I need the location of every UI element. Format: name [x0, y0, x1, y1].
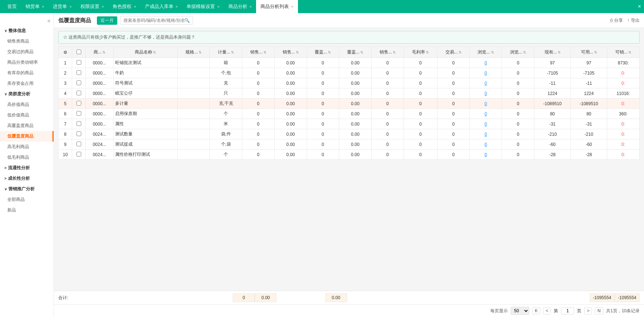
row-browse1[interactable]: 0 [470, 129, 502, 139]
col-name[interactable]: 商品名称⇅ [113, 47, 177, 58]
row-checkbox[interactable] [72, 58, 86, 68]
sidebar-item-all-goods[interactable]: 全部商品 [0, 194, 54, 205]
first-page-btn[interactable]: K [532, 307, 540, 314]
col-unit[interactable]: 计量...⇅ [210, 47, 242, 58]
last-page-btn[interactable]: N [595, 307, 603, 314]
sidebar-item-new-goods[interactable]: 新品 [0, 205, 54, 215]
search-icon[interactable]: 🔍 [184, 18, 190, 23]
sidebar-item-high-coverage[interactable]: 高覆盖度商品 [0, 120, 54, 131]
col-current[interactable]: 现有...⇅ [534, 47, 571, 58]
sidebar-item-capital-occupation[interactable]: 库存资金占用 [0, 78, 54, 89]
prev-page-btn[interactable]: < [543, 307, 551, 314]
row-checkbox[interactable] [72, 139, 86, 150]
row-checkbox[interactable] [72, 129, 86, 139]
nav-goods-analysis-list[interactable]: 商品分析列表 × [256, 0, 298, 13]
close-purchase-order-icon[interactable]: × [69, 4, 71, 9]
sidebar-item-low-value[interactable]: 低价值商品 [0, 110, 54, 120]
col-sales3[interactable]: 销售...⇅ [372, 47, 404, 58]
sidebar-item-stocked-goods[interactable]: 有库存的商品 [0, 68, 54, 78]
row-browse1[interactable]: 0 [470, 68, 502, 78]
row-checkbox[interactable] [72, 88, 86, 99]
sidebar-item-high-margin[interactable]: 高毛利商品 [0, 142, 54, 152]
row-browse1[interactable]: 0 [470, 119, 502, 129]
close-role-auth-icon[interactable]: × [134, 4, 136, 9]
row-checkbox[interactable] [72, 78, 86, 88]
close-goods-analysis-icon[interactable]: × [250, 4, 252, 9]
row-available: 97 [571, 58, 607, 68]
row-browse1[interactable]: 0 [470, 139, 502, 150]
row-select-checkbox[interactable] [76, 131, 81, 136]
col-available[interactable]: 可用...⇅ [571, 47, 607, 58]
close-goods-analysis-list-icon[interactable]: × [291, 4, 293, 9]
col-sales-amt[interactable]: 销售...⇅ [274, 47, 307, 58]
nav-template-setting[interactable]: 单据模板设置 × [182, 0, 224, 13]
sidebar-collapse-btn[interactable]: « [47, 17, 51, 24]
col-spec[interactable]: 规格...⇅ [177, 47, 210, 58]
row-select-checkbox[interactable] [76, 121, 81, 126]
close-template-icon[interactable]: × [217, 4, 219, 9]
close-sales-order-icon[interactable]: × [42, 4, 44, 9]
page-size-select[interactable]: 50 100 200 [511, 307, 529, 315]
row-checkbox[interactable] [72, 150, 86, 160]
next-page-btn[interactable]: > [584, 307, 592, 314]
row-checkbox[interactable] [72, 119, 86, 129]
row-spec [177, 119, 210, 129]
sidebar-item-high-value[interactable]: 高价值商品 [0, 99, 54, 110]
col-cover1[interactable]: 覆盖...⇅ [307, 47, 339, 58]
row-select-checkbox[interactable] [76, 60, 81, 65]
close-finished-goods-icon[interactable]: × [176, 4, 178, 9]
col-cover2[interactable]: 覆盖...⇅ [339, 47, 372, 58]
table-header-row: ⚙ 商...⇅ 商品名称⇅ 规格...⇅ 计量...⇅ 销售...⇅ 销售...… [59, 47, 640, 58]
row-browse1[interactable]: 0 [470, 150, 502, 160]
sidebar-section-overall[interactable]: ∨ 整体信息 [0, 25, 54, 36]
row-checkbox[interactable] [72, 68, 86, 78]
row-browse1[interactable]: 0 [470, 58, 502, 68]
col-gross-rate[interactable]: 毛利率⇅ [404, 47, 437, 58]
col-browse2[interactable]: 浏览...⇅ [502, 47, 534, 58]
row-select-checkbox[interactable] [76, 80, 81, 85]
col-trade[interactable]: 交易...⇅ [437, 47, 470, 58]
nav-finished-goods[interactable]: 产成品入库单 × [141, 0, 182, 13]
sidebar-section-cluster[interactable]: ∨ 类群度分析 [0, 89, 54, 99]
select-all-checkbox[interactable] [76, 49, 81, 54]
col-saleable[interactable]: 可销...⇅ [607, 47, 640, 58]
row-browse1[interactable]: 0 [470, 88, 502, 99]
row-browse1[interactable]: 0 [470, 99, 502, 109]
row-select-checkbox[interactable] [76, 111, 81, 116]
row-browse1[interactable]: 0 [470, 78, 502, 88]
nav-sales-order[interactable]: 销货单 × [21, 0, 48, 13]
search-input[interactable] [120, 16, 193, 25]
sidebar-item-category-turnover[interactable]: 商品分类动销率 [0, 57, 54, 68]
export-button[interactable]: ↑ 导出 [627, 17, 640, 24]
sidebar-section-marketing[interactable]: ∨ 营销推广分析 [0, 184, 54, 194]
nav-goods-analysis[interactable]: 商品分析 × [224, 0, 256, 13]
current-page-input[interactable] [561, 307, 574, 314]
sidebar-item-traded-goods[interactable]: 交易过的商品 [0, 47, 54, 57]
period-button[interactable]: 近一月 [97, 16, 117, 25]
nav-purchase-order[interactable]: 进货单 × [48, 0, 76, 13]
col-sales-qty[interactable]: 销售...⇅ [242, 47, 275, 58]
row-select-checkbox[interactable] [76, 142, 81, 146]
row-select-checkbox[interactable] [76, 152, 81, 156]
share-button[interactable]: ⎙ 分享 [610, 17, 623, 24]
col-settings[interactable]: ⚙ [59, 47, 72, 58]
row-checkbox[interactable] [72, 99, 86, 109]
sidebar-section-flow[interactable]: > 流通性分析 [0, 163, 54, 173]
sidebar-item-low-margin[interactable]: 低毛利商品 [0, 152, 54, 163]
sidebar-item-low-coverage[interactable]: 低覆盖度商品 [0, 131, 54, 142]
row-checkbox[interactable] [72, 109, 86, 119]
col-checkbox[interactable] [72, 47, 86, 58]
close-permission-icon[interactable]: × [102, 4, 104, 9]
col-code[interactable]: 商...⇅ [86, 47, 114, 58]
sidebar-item-sales-goods[interactable]: 销售类商品 [0, 36, 54, 47]
row-select-checkbox[interactable] [76, 70, 81, 75]
row-select-checkbox[interactable] [76, 91, 81, 95]
row-browse1[interactable]: 0 [470, 109, 502, 119]
row-select-checkbox[interactable] [76, 101, 81, 106]
nav-role-auth[interactable]: 角色授权 × [108, 0, 140, 13]
close-all-tabs-icon[interactable]: × [638, 3, 641, 10]
sidebar-section-growth[interactable]: > 成长性分析 [0, 173, 54, 184]
nav-home[interactable]: 首页 [3, 0, 21, 13]
nav-permission-setting[interactable]: 权限设置 × [76, 0, 108, 13]
col-browse1[interactable]: 浏览...⇅ [470, 47, 502, 58]
